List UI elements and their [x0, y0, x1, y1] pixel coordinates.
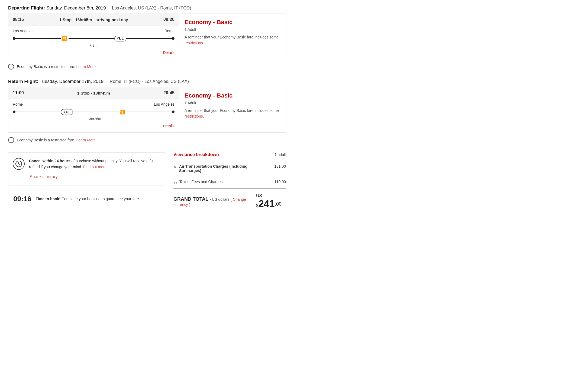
return-fare-class: Economy - Basic	[185, 92, 280, 99]
departing-line-seg3	[126, 38, 172, 39]
return-warning-bar: ! Economy Basic is a restricted fare. Le…	[8, 135, 286, 145]
view-price-breakdown-link[interactable]: View price breakdown	[173, 152, 219, 157]
taxes-label: Taxes, Fees and Charges	[179, 180, 223, 184]
return-city-row: Rome Los Angeles	[13, 102, 175, 106]
return-city-from: Rome	[13, 102, 23, 106]
return-section-title: Return Flight: Tuesday, December 17th, 2…	[8, 79, 286, 84]
departing-stop-code: YUL	[114, 36, 126, 41]
return-stop-code: YUL	[61, 109, 73, 115]
air-charges-row: ➤ Air Transportation Charges (Including …	[173, 161, 286, 176]
departing-flight-card: 08:15 1 Stop - 16hr05m - arriving next d…	[8, 14, 286, 59]
cancel-policy-text: Cancel within 24 hours of purchase witho…	[29, 158, 160, 180]
departing-section-title: Departing Flight: Sunday, December 8th, …	[8, 5, 286, 11]
grand-total-row: GRAND TOTAL - US dollars ( Change curren…	[173, 189, 286, 210]
price-panel: View price breakdown 1 adult ➤ Air Trans…	[173, 152, 286, 210]
return-line-seg2	[73, 112, 118, 112]
departing-wifi-icon: 🛜	[62, 36, 67, 41]
departing-details-anchor[interactable]: Details	[163, 50, 175, 55]
return-details-anchor[interactable]: Details	[163, 124, 175, 128]
departing-warning-bar: ! Economy Basic is a restricted fare. Le…	[8, 62, 286, 71]
departing-flight-header: 08:15 1 Stop - 16hr05m - arriving next d…	[8, 14, 179, 25]
departing-restrictions-link[interactable]: restrictions	[185, 41, 203, 45]
departing-warn-icon: !	[8, 64, 14, 70]
departing-learn-more-link[interactable]: Learn More	[76, 64, 96, 69]
departing-city-to: Rome	[164, 29, 175, 33]
departing-route-line: 🛜 YUL	[13, 35, 175, 42]
svg-line-2	[19, 164, 20, 165]
return-adult-count: 1 Adult	[185, 101, 280, 105]
bottom-left-panel: Cancel within 24 hours of purchase witho…	[8, 152, 165, 210]
departing-city-from: Los Angeles	[13, 29, 33, 33]
return-details-link[interactable]: Details	[13, 122, 175, 130]
return-flight-header: 11:00 1 Stop - 18hr45m 20:45	[8, 87, 179, 99]
departing-stop-time: + 3hr	[13, 43, 175, 47]
timer-box: 09:16 Time to book! Complete your bookin…	[8, 190, 165, 208]
tax-icon: ☷	[173, 180, 177, 185]
departing-flight-left: 08:15 1 Stop - 16hr05m - arriving next d…	[8, 14, 179, 59]
return-wifi-icon: 🛜	[120, 109, 125, 115]
price-header: View price breakdown 1 adult	[173, 152, 286, 157]
return-city-to: Los Angeles	[154, 102, 175, 106]
find-out-more-link[interactable]: Find out more	[83, 165, 106, 169]
departing-arrive-time: 09:20	[163, 17, 175, 22]
timer-text: Time to book! Complete your booking to g…	[36, 196, 140, 202]
grand-total-label: GRAND TOTAL	[173, 196, 208, 202]
grand-total-value: 241	[259, 198, 275, 209]
return-learn-more-link[interactable]: Learn More	[76, 138, 96, 142]
taxes-label-group: ☷ Taxes, Fees and Charges	[173, 180, 269, 185]
departing-fare-note: A reminder that your Economy Basic fare …	[185, 34, 280, 46]
return-flight-left: 11:00 1 Stop - 18hr45m 20:45 Rome Los An…	[8, 87, 179, 132]
return-stop-time: + 3hr25m	[13, 117, 175, 121]
return-flight-card: 11:00 1 Stop - 18hr45m 20:45 Rome Los An…	[8, 87, 286, 133]
return-depart-time: 11:00	[13, 90, 24, 95]
grand-total-amount: US $241.00	[256, 193, 286, 210]
air-charges-label-group: ➤ Air Transportation Charges (Including …	[173, 164, 269, 173]
return-arrive-time: 20:45	[163, 90, 175, 95]
air-charges-label: Air Transportation Charges (Including Su…	[179, 164, 269, 173]
return-dot-end	[172, 111, 175, 113]
return-warn-icon: !	[8, 137, 14, 143]
departing-adult-count: 1 Adult	[185, 27, 280, 32]
return-line-seg3	[126, 112, 172, 112]
timer-time: 09:16	[13, 195, 31, 203]
departing-depart-time: 08:15	[13, 17, 24, 22]
timer-suffix-text: Complete your booking to guarantee your …	[62, 197, 140, 201]
return-route-line: YUL 🛜	[13, 108, 175, 116]
grand-total-left: GRAND TOTAL - US dollars ( Change curren…	[173, 196, 256, 207]
return-fare-note: A reminder that your Economy Basic fare …	[185, 108, 280, 119]
return-stop-info: 1 Stop - 18hr45m	[77, 91, 110, 95]
departing-flight-body: Los Angeles Rome 🛜 YUL + 3hr Details	[8, 25, 179, 59]
return-warning-text: Economy Basic is a restricted fare.	[17, 138, 75, 142]
share-itinerary-link[interactable]: Share itinerary	[30, 173, 160, 180]
departing-line-seg2	[69, 38, 114, 39]
plane-icon: ➤	[173, 164, 177, 170]
cancel-bold-text: Cancel within 24 hours	[29, 159, 70, 163]
departing-line-seg1	[15, 38, 61, 39]
taxes-row: ☷ Taxes, Fees and Charges 110.00	[173, 176, 286, 189]
grand-total-cents: .00	[275, 201, 282, 207]
bottom-section: Cancel within 24 hours of purchase witho…	[8, 152, 286, 210]
departing-stop-info: 1 Stop - 16hr05m - arriving next day	[59, 17, 128, 22]
return-restrictions-link[interactable]: restrictions	[185, 114, 203, 118]
cancel-policy-box: Cancel within 24 hours of purchase witho…	[8, 152, 165, 186]
return-flight-body: Rome Los Angeles YUL 🛜 + 3hr25m Details	[8, 99, 179, 132]
adult-label: 1 adult	[274, 153, 286, 157]
departing-dot-start	[13, 37, 15, 40]
departing-details-link[interactable]: Details	[13, 49, 175, 57]
departing-fare-class: Economy - Basic	[185, 19, 280, 26]
departing-warning-text: Economy Basic is a restricted fare.	[17, 64, 75, 69]
departing-fare-panel: Economy - Basic 1 Adult A reminder that …	[179, 14, 286, 59]
air-charges-amount: 131.00	[274, 164, 286, 168]
return-line-seg1	[15, 112, 61, 112]
timer-bold-text: Time to book!	[36, 197, 61, 201]
taxes-amount: 110.00	[274, 180, 286, 184]
departing-city-row: Los Angeles Rome	[13, 29, 175, 33]
departing-dot-end	[172, 37, 175, 40]
return-fare-panel: Economy - Basic 1 Adult A reminder that …	[179, 87, 286, 132]
clock-icon	[13, 158, 25, 170]
return-dot-start	[13, 111, 15, 113]
